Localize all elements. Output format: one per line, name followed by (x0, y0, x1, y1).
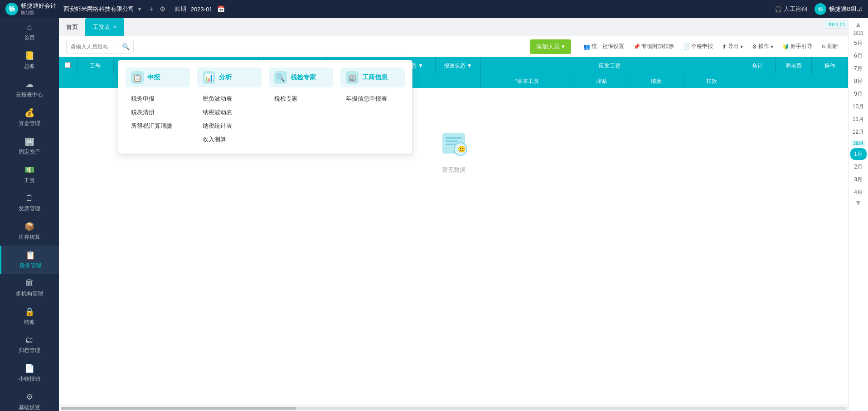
month-2023-11[interactable]: 11月 (850, 113, 867, 125)
sidebar-item-assets[interactable]: 🏢 固定资产 (0, 132, 59, 160)
close-account-icon: 🔒 (24, 307, 34, 317)
month-2024-1[interactable]: 1月 (850, 148, 867, 160)
operate-icon: ⚙ (752, 44, 757, 50)
period-label: 账期 (175, 5, 186, 13)
tab-salary-table[interactable]: 工资表 ✕ (85, 18, 124, 36)
search-icon[interactable]: 🔍 (122, 43, 130, 50)
col-base-salary: *基本工资 (480, 74, 574, 88)
declaration-header: 📋 申报 (126, 68, 190, 87)
sidebar-item-multi[interactable]: 🏛 多机构管理 (0, 274, 59, 302)
sidebar-item-invoice[interactable]: 🗒 发票管理 (0, 189, 59, 217)
company-name: 西安虾米网络科技有限公司 (63, 5, 134, 13)
home-tab-label: 首页 (66, 23, 78, 31)
tax-expert-title: 税检专家 (291, 73, 316, 82)
sidebar-item-cloud[interactable]: ☁ 云报表中心 (0, 75, 59, 103)
month-2024-4[interactable]: 4月 (850, 186, 867, 198)
window-restore-btn[interactable]: ⤢ (855, 4, 864, 15)
search-wrap[interactable]: 🔍 (66, 40, 134, 53)
right-timeline: ▲ 2023 5月 6月 7月 8月 9月 10月 11月 12月 2024 1… (848, 18, 868, 411)
period-selector[interactable]: 账期 2023-01 📅 (175, 5, 225, 13)
refresh-btn[interactable]: ↻ 刷新 (819, 39, 841, 54)
scroll-track[interactable] (61, 407, 846, 410)
period-calendar-icon[interactable]: 📅 (217, 5, 225, 13)
headset-icon: 🎧 (775, 6, 782, 13)
dropdown-item-tax-stat[interactable]: 纳税统计表 (197, 119, 262, 133)
window-close-btn[interactable]: ✕ (842, 4, 851, 15)
company-dropdown-icon[interactable]: ▼ (137, 6, 142, 12)
month-2024-2[interactable]: 2月 (850, 161, 867, 173)
dropdown-item-income-calc[interactable]: 收入测算 (197, 133, 262, 146)
sidebar-item-salary[interactable]: 💵 工资 (0, 160, 59, 189)
tax-report-label: 个税申报 (691, 43, 713, 50)
sidebar-item-close[interactable]: 🔒 结账 (0, 302, 59, 331)
tab-close-icon[interactable]: ✕ (113, 24, 117, 30)
dropdown-item-annual-report[interactable]: 年报信息申报表 (340, 92, 405, 106)
sidebar-item-home[interactable]: ⌂ 首页 (0, 18, 59, 46)
month-2023-8[interactable]: 8月 (850, 75, 867, 87)
col-action: 操作 (812, 57, 848, 74)
report-filter-icon[interactable]: ▼ (467, 63, 472, 69)
special-label: 专项附加扣除 (641, 43, 674, 50)
timeline-down-nav[interactable]: ▼ (852, 198, 865, 208)
month-2023-7[interactable]: 7月 (850, 63, 867, 74)
month-2023-9[interactable]: 9月 (850, 88, 867, 100)
scroll-thumb[interactable] (61, 407, 296, 410)
timeline-header-label: 2023.01 (824, 21, 848, 29)
tax-report-btn[interactable]: 📄 个税申报 (680, 39, 716, 54)
export-btn[interactable]: ⬆ 导出 ▾ (719, 39, 746, 54)
dropdown-item-tax-declare[interactable]: 税务申报 (126, 92, 190, 106)
month-2023-5[interactable]: 5月 (850, 37, 867, 49)
company-selector[interactable]: 西安虾米网络科技有限公司 ▼ ＋ ⚙ (63, 5, 165, 14)
col-report-status: 报送状态▼ (435, 57, 480, 74)
dropdown-item-tax-fluctuation[interactable]: 税负波动表 (197, 92, 262, 106)
sidebar-item-base[interactable]: ⚙ 基础设置 (0, 387, 59, 411)
col-check[interactable] (59, 57, 77, 74)
service-btn[interactable]: 🎧 人工咨询 (775, 5, 807, 13)
status-filter-icon[interactable]: ▼ (418, 63, 423, 69)
month-2023-12[interactable]: 12月 (850, 126, 867, 138)
special-icon: 📌 (633, 44, 640, 50)
business-info-icon: 🏢 (346, 71, 359, 84)
dropdown-item-income-tax-calc[interactable]: 所得税汇算清缴 (126, 119, 190, 133)
search-input[interactable] (70, 44, 120, 50)
empty-illustration: 😐 (436, 124, 472, 160)
report-icon: 📄 (24, 363, 34, 373)
export-label: 导出 (728, 43, 739, 50)
refresh-label: 刷新 (827, 43, 838, 50)
sidebar-label-invoice: 发票管理 (19, 205, 40, 213)
dropdown-section-declaration: 📋 申报 税务申报 税表清册 所得税汇算清缴 (126, 68, 190, 146)
new-guide-btn[interactable]: 🔰 新手引导 (780, 39, 815, 54)
app-logo: 畅 畅捷通好会计 旗舰版 (5, 2, 60, 16)
dropdown-item-tax-expert[interactable]: 税检专家 (269, 92, 333, 106)
tab-home[interactable]: 首页 (59, 18, 85, 36)
sidebar-item-report[interactable]: 📄 小畅报销 (0, 359, 59, 387)
month-2023-10[interactable]: 10月 (850, 101, 867, 112)
tax-expert-header: 🔍 税检专家 (269, 68, 333, 87)
timeline-up-nav[interactable]: ▲ (852, 20, 865, 29)
add-person-button[interactable]: 添加人员 ▾ (530, 39, 571, 54)
svg-text:😐: 😐 (458, 145, 466, 153)
company-settings-icon[interactable]: ⚙ (160, 5, 165, 13)
month-2023-6[interactable]: 6月 (850, 50, 867, 62)
sidebar-item-inventory[interactable]: 📦 库存核算 (0, 217, 59, 246)
sidebar-label-inventory: 库存核算 (19, 233, 40, 241)
month-2024-3[interactable]: 3月 (850, 174, 867, 185)
dropdown-item-tax-payment-fluctuation[interactable]: 纳税波动表 (197, 106, 262, 119)
assets-icon: 🏢 (24, 136, 34, 146)
sidebar-label-salary: 工资 (24, 177, 35, 184)
social-insurance-btn[interactable]: 👥 统一社保设置 (581, 39, 627, 54)
add-company-icon[interactable]: ＋ (148, 5, 155, 14)
multi-icon: 🏛 (25, 279, 34, 288)
year-2023-label: 2023 (853, 31, 863, 36)
operate-btn[interactable]: ⚙ 操作 ▾ (749, 39, 776, 54)
sidebar-item-archive[interactable]: 🗂 归档管理 (0, 331, 59, 359)
dropdown-section-business-info: 🏢 工商信息 年报信息申报表 (340, 68, 405, 146)
sidebar-item-ledger[interactable]: 📒 总账 (0, 46, 59, 75)
select-all-checkbox[interactable] (65, 62, 71, 68)
special-deduction-btn[interactable]: 📌 专项附加扣除 (630, 39, 677, 54)
sidebar-item-funds[interactable]: 💰 资金管理 (0, 103, 59, 132)
dropdown-item-tax-table[interactable]: 税表清册 (126, 106, 190, 119)
funds-icon: 💰 (24, 108, 34, 118)
business-info-header: 🏢 工商信息 (340, 68, 405, 87)
sidebar-item-tax[interactable]: 📋 税务管理 (0, 246, 59, 274)
